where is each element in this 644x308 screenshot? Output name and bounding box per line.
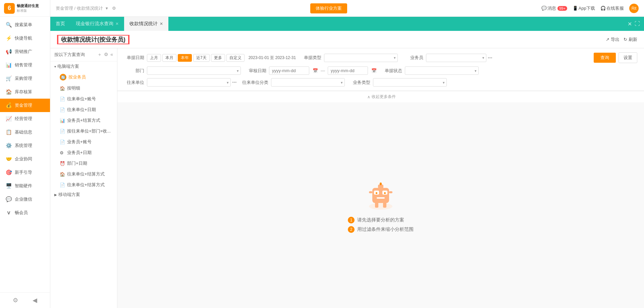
filter-partner-col: 往来单位 ••• [124,78,237,87]
basic-icon: 📋 [5,129,12,136]
tab-close-window[interactable]: ✕ [628,21,632,27]
scheme-item-salesman-date[interactable]: ⚙ 业务员+日期 [50,147,117,158]
top-header: 资金管理 / 收款情况统计 ▾ ⚙ 体验行业方案 💬 消息 99+ 📱 App下… [50,0,644,17]
collapse-sidebar-icon[interactable]: ◀ [33,297,37,304]
filter-salesman-col: 业务员 ••• [403,54,492,62]
logo-text: 畅捷通好生意 标准版 [17,3,39,13]
audit-date-from-icon[interactable]: 📅 [313,68,318,73]
scheme-item-partner-method1[interactable]: 🏠 往来单位+结算方式 [50,169,117,179]
service-icon: 🎧 [600,6,606,11]
scheme-item-dept-date[interactable]: ⏰ 部门+日期 [50,158,117,169]
svg-rect-9 [369,191,372,193]
sidebar-item-enterprise[interactable]: 🤝 企业协同 [0,152,50,166]
sidebar-item-basic[interactable]: 📋 基础信息 [0,125,50,139]
query-button[interactable]: 查询 [594,53,616,63]
scheme-item-by-salesman[interactable]: 🔄 按业务员 [50,71,117,83]
empty-illustration [364,178,397,211]
filter-settings-button[interactable]: 设置 [619,52,637,63]
tab-maximize[interactable]: ⛶ [635,21,640,27]
filter-biz-type-select[interactable] [373,78,447,87]
sidebar-item-search[interactable]: 🔍 搜索菜单 [0,18,50,32]
results-area: 1 请先选择要分析的方案 2 用过滤条件来缩小分析范围 [117,102,644,308]
filter-audit-date-from[interactable] [269,66,309,75]
svg-rect-8 [380,183,382,185]
scheme-settings-btn[interactable]: ⚙ [104,52,108,58]
tab-home[interactable]: 首页 [50,17,70,31]
svg-rect-10 [389,191,392,193]
sidebar-item-quicknav[interactable]: ⚡ 快捷导航 [0,32,50,45]
empty-tip-1: 1 请先选择要分析的方案 [348,217,414,223]
filter-dept-select[interactable] [147,66,241,75]
user-name[interactable]: Rit [629,4,639,13]
settings-bottom-icon[interactable]: ⚙ [13,297,18,304]
filter-audit-date-to[interactable] [328,66,368,75]
date-more[interactable]: 更多 [211,54,225,62]
scheme-add-btn[interactable]: ＋ [97,52,102,58]
online-service[interactable]: 🎧 在线客服 [600,5,624,11]
sidebar-item-purchase[interactable]: 🛒 采购管理 [0,72,50,85]
sidebar-item-inventory[interactable]: 🏠 库存核算 [0,85,50,99]
scheme-collapse-btn[interactable]: « [110,52,113,58]
sidebar-item-wechat[interactable]: 💬 企业微信 [0,193,50,206]
scheme-item-partner-date[interactable]: 📄 往来单位+日期 [50,104,117,115]
scheme-item-partner-method2[interactable]: 📄 往来单位+结算方式 [50,179,117,190]
scheme-item-label: 按明细 [67,85,80,91]
tab-receipt-stat-close[interactable]: ✕ [160,21,163,26]
settings-icon[interactable]: ⚙ [112,6,116,11]
hardware-icon: 🖥️ [5,183,12,189]
notification-area[interactable]: 💬 消息 99+ [541,5,567,11]
partner-more-btn[interactable]: ••• [232,80,237,85]
filter-docstatus-select[interactable] [405,66,479,75]
filter-salesman-label: 业务员 [403,55,423,61]
salesman-more-icon[interactable]: ••• [488,55,492,60]
sidebar-item-label: 基础信息 [15,129,32,135]
filter-partner-select[interactable] [147,78,231,87]
refresh-icon: ↻ [624,37,627,42]
scheme-icon-sm: 📊 [60,118,65,123]
operation-icon: 📈 [5,115,12,122]
export-button[interactable]: ↗ 导出 [606,37,620,43]
sidebar-item-system[interactable]: ⚙️ 系统管理 [0,139,50,152]
filter-partner-cat-select[interactable] [271,78,345,87]
collapse-bar[interactable]: ∧ 收起更多条件 [117,91,644,102]
refresh-button[interactable]: ↻ 刷新 [624,37,637,43]
scheme-item-salesman-method[interactable]: 📊 业务员+结算方式 [50,115,117,126]
date-last-month[interactable]: 上月 [147,54,161,62]
system-icon: ⚙️ [5,142,12,149]
sidebar-item-member[interactable]: V 畅会员 [0,206,50,219]
sidebar-item-operation[interactable]: 📈 经营管理 [0,112,50,125]
date-custom[interactable]: 自定义 [226,54,245,62]
scheme-item-partner-dept[interactable]: 📄 按往来单位+部门+收... [50,126,117,137]
sidebar-item-sales[interactable]: 📊 销售管理 [0,58,50,72]
mobile-group-label: 移动端方案 [58,192,80,198]
sidebar-item-finance[interactable]: 💰 资金管理 [0,99,50,112]
breadcrumb-dropdown-icon[interactable]: ▾ [106,6,108,11]
tab-bank-flow[interactable]: 现金银行流水查询 ✕ [70,17,124,31]
tab-bank-flow-close[interactable]: ✕ [115,21,119,26]
filter-row-1: 单据日期 上月 本月 本年 近7天 更多 自定义 2023-01-01 至 20… [124,52,637,63]
enterprise-icon: 🤝 [5,156,12,162]
empty-state: 1 请先选择要分析的方案 2 用过滤条件来缩小分析范围 [348,178,414,233]
scheme-item-by-detail[interactable]: 🏠 按明细 [50,83,117,94]
filter-doctype-select[interactable] [324,54,398,62]
wechat-icon: 💬 [5,196,12,203]
app-download[interactable]: 📱 App下载 [573,5,595,11]
filter-partner-cat-col: 往来单位分类 [242,78,345,87]
date-this-month[interactable]: 本月 [162,54,176,62]
scheme-icon-pa: 📄 [60,97,65,102]
scheme-item-salesman-account[interactable]: 📄 业务员+账号 [50,137,117,147]
purchase-icon: 🛒 [5,75,12,82]
audit-date-to-icon[interactable]: 📅 [371,68,377,73]
scheme-group-desktop[interactable]: ▾ 电脑端方案 [50,61,117,71]
scheme-item-partner-account[interactable]: 📄 往来单位+账号 [50,94,117,104]
sidebar-item-hardware[interactable]: 🖥️ 智能硬件 [0,179,50,193]
sidebar-item-marketing[interactable]: 📢 营销推广 [0,45,50,58]
date-last-7[interactable]: 近7天 [193,54,210,62]
tab-receipt-stat[interactable]: 收款情况统计 ✕ [124,17,168,31]
scheme-group-mobile[interactable]: ▶ 移动端方案 [50,190,117,200]
tab-home-label: 首页 [56,21,65,27]
sidebar-item-guide[interactable]: 🎯 新手引导 [0,166,50,179]
date-this-year[interactable]: 本年 [178,54,192,62]
filter-salesman-select[interactable] [426,54,486,62]
trial-button[interactable]: 体验行业方案 [310,3,347,13]
